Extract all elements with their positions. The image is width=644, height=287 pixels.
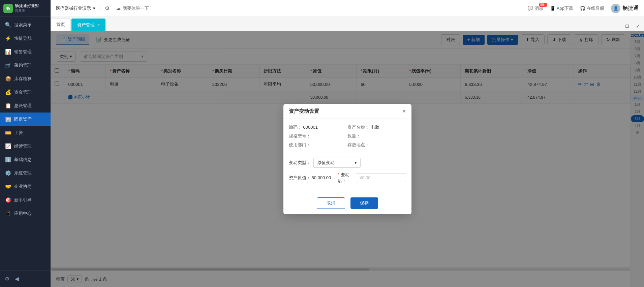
sidebar-item-general-ledger[interactable]: 📋 总账管理 xyxy=(0,99,51,113)
modal-code-item: 编码： 000001 xyxy=(289,124,347,130)
support-icon: 🎧 xyxy=(580,6,585,11)
tab-asset-mgmt[interactable]: 资产管理 × xyxy=(71,19,105,31)
asset-change-modal: 资产变动设置 × 编码： 000001 资产名称： 电脑 xyxy=(283,104,411,214)
sidebar-item-payroll[interactable]: 💳 工资 xyxy=(0,126,51,139)
fixed-assets-icon: 🏢 xyxy=(5,116,11,123)
sidebar-item-basic-info[interactable]: ℹ️ 基础信息 xyxy=(0,153,51,166)
modal-header: 资产变动设置 × xyxy=(283,104,411,119)
sidebar-header: 畅 畅捷通好业财 普及版 xyxy=(0,0,51,17)
basic-info-icon: ℹ️ xyxy=(5,156,11,163)
modal-change-type-row: 变动类型： 原值变动 ▾ xyxy=(289,158,406,168)
experience-icon: ☁ xyxy=(116,6,121,11)
original-value-label: 资产原值： xyxy=(289,175,309,181)
sidebar-logo-text: 畅捷通好业财 普及版 xyxy=(15,3,39,13)
message-btn[interactable]: 💬 消息 99+ xyxy=(528,5,543,11)
cooperation-icon: 🤝 xyxy=(5,183,11,190)
modal-save-btn[interactable]: 保存 xyxy=(350,197,378,209)
tab-home[interactable]: 首页 xyxy=(51,19,71,31)
modal-location-item: 存放地点： xyxy=(347,142,406,148)
sidebar-item-cooperation[interactable]: 🤝 企业协同 xyxy=(0,180,51,193)
sidebar-item-purchase[interactable]: 🛒 采购管理 xyxy=(0,59,51,72)
company-selector[interactable]: 医疗器械行业演示 ▾ xyxy=(56,5,95,11)
sidebar-item-finance[interactable]: 💰 资金管理 xyxy=(0,86,51,99)
tab-restore-btn[interactable]: ⊡ xyxy=(622,21,632,31)
tab-expand-btn[interactable]: ⤢ xyxy=(633,21,643,31)
sidebar-item-fixed-assets[interactable]: 🏢 固定资产 xyxy=(0,113,51,126)
modal-value-row: 资产原值： 50,000.00 * 变动后： xyxy=(289,172,406,184)
app-download-btn[interactable]: 📱 App下载 xyxy=(550,5,573,11)
modal-info-grid: 编码： 000001 资产名称： 电脑 规格型号： 数量： xyxy=(289,124,406,152)
topbar-divider: | xyxy=(99,5,101,11)
sidebar-item-quick-nav[interactable]: ⚡ 快捷导航 xyxy=(0,32,51,45)
system-icon: ⚙️ xyxy=(5,170,11,177)
topbar-right: 💬 消息 99+ 📱 App下载 🎧 在线客服 👤 畅捷通 xyxy=(528,4,639,13)
tab-close-icon[interactable]: × xyxy=(97,23,100,27)
change-type-label: 变动类型： xyxy=(289,160,311,166)
sidebar-footer: ⚙ ◀ xyxy=(0,270,51,287)
modal-close-btn[interactable]: × xyxy=(402,108,406,114)
sales-icon: 📊 xyxy=(5,49,11,55)
general-ledger-icon: 📋 xyxy=(5,102,11,109)
logo-icon: 畅 xyxy=(3,4,13,13)
sidebar-item-sales[interactable]: 📊 销售管理 xyxy=(0,45,51,59)
original-value-display: 50,000.00 xyxy=(312,173,331,182)
modal-body: 编码： 000001 资产名称： 电脑 规格型号： 数量： xyxy=(283,119,411,193)
modal-overlay: 资产变动设置 × 编码： 000001 资产名称： 电脑 xyxy=(51,31,644,287)
tabbar: 首页 资产管理 × ⊡ ⤢ xyxy=(51,17,644,31)
after-value-input[interactable] xyxy=(356,173,406,182)
app-center-icon: 📱 xyxy=(5,210,11,217)
quick-nav-icon: ⚡ xyxy=(5,35,11,42)
modal-footer: 取消 保存 xyxy=(283,193,411,214)
settings-icon[interactable]: ⚙ xyxy=(105,5,110,11)
modal-cancel-btn[interactable]: 取消 xyxy=(317,197,345,209)
search-icon: 🔍 xyxy=(5,22,11,28)
sidebar: 畅 畅捷通好业财 普及版 🔍 搜索菜单 ⚡ 快捷导航 📊 销售管理 🛒 采购管理… xyxy=(0,0,51,287)
app-download-icon: 📱 xyxy=(550,6,555,11)
inventory-icon: 📦 xyxy=(5,75,11,82)
message-icon: 💬 xyxy=(528,6,533,11)
sidebar-item-system[interactable]: ⚙️ 系统管理 xyxy=(0,166,51,180)
sidebar-item-app-center[interactable]: 📱 应用中心 xyxy=(0,207,51,220)
modal-name-item: 资产名称： 电脑 xyxy=(347,124,406,130)
operations-icon: 📈 xyxy=(5,143,11,150)
chevron-down-icon: ▾ xyxy=(93,6,95,11)
finance-icon: 💰 xyxy=(5,89,11,96)
sidebar-item-guide[interactable]: 🎯 新手引导 xyxy=(0,193,51,207)
sidebar-nav: 🔍 搜索菜单 ⚡ 快捷导航 📊 销售管理 🛒 采购管理 📦 库存核算 💰 资金管… xyxy=(0,17,51,270)
modal-quantity-item: 数量： xyxy=(347,133,406,139)
modal-dept-item: 使用部门： xyxy=(289,142,347,148)
online-support-btn[interactable]: 🎧 在线客服 xyxy=(580,5,604,11)
sidebar-item-operations[interactable]: 📈 经营管理 xyxy=(0,139,51,153)
settings-footer-btn[interactable]: ⚙ xyxy=(5,276,9,282)
change-type-chevron-icon: ▾ xyxy=(355,160,357,165)
topbar: 医疗器械行业演示 ▾ | ⚙ ☁ 我要体验一下 💬 消息 99+ 📱 App下载… xyxy=(51,0,644,17)
main-area: 医疗器械行业演示 ▾ | ⚙ ☁ 我要体验一下 💬 消息 99+ 📱 App下载… xyxy=(51,0,644,287)
after-label: * 变动后： xyxy=(338,172,353,184)
sidebar-item-inventory[interactable]: 📦 库存核算 xyxy=(0,72,51,86)
tabbar-actions: ⊡ ⤢ xyxy=(622,21,644,31)
modal-title: 资产变动设置 xyxy=(289,108,319,115)
payroll-icon: 💳 xyxy=(5,129,11,136)
user-menu[interactable]: 👤 畅捷通 xyxy=(611,4,639,13)
sidebar-item-search[interactable]: 🔍 搜索菜单 xyxy=(0,18,51,32)
avatar: 👤 xyxy=(611,4,620,13)
guide-icon: 🎯 xyxy=(5,197,11,203)
modal-spec-item: 规格型号： xyxy=(289,133,347,139)
change-type-select[interactable]: 原值变动 ▾ xyxy=(313,158,361,168)
content-area: 📄 资产明细 📝 变更生成凭证 对账 + 新增 批量操作 ▾ xyxy=(51,31,644,287)
experience-btn[interactable]: ☁ 我要体验一下 xyxy=(116,5,149,11)
collapse-sidebar-btn[interactable]: ◀ xyxy=(15,276,19,282)
purchase-icon: 🛒 xyxy=(5,62,11,69)
